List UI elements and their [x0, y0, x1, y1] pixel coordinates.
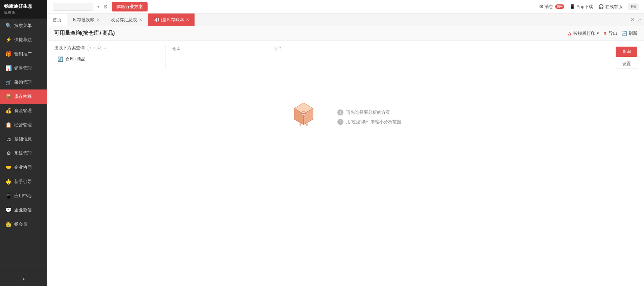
sidebar-item-guide[interactable]: 🌟 新手引导: [0, 175, 47, 189]
sidebar-item-quick-nav[interactable]: ⚡ 快捷导航: [0, 33, 47, 47]
tab-batch-account-close-icon[interactable]: ✕: [97, 18, 100, 22]
filter-add-button[interactable]: +: [87, 45, 94, 51]
tab-available-stock[interactable]: 可用量库存账本 ✕: [148, 14, 195, 26]
topbar-gear-icon[interactable]: ⚙: [103, 4, 108, 10]
user-avatar[interactable]: Rit: [628, 3, 639, 10]
chart-icon: 📊: [5, 65, 11, 71]
sidebar-item-label: 畅会员: [14, 221, 27, 227]
tabbar: 首页 库存批次账 ✕ 收发存汇总表 ✕ 可用量库存账本 ✕ ✕ ⤢: [47, 14, 644, 26]
template-print-action[interactable]: 🖨 按模板打印 ▾: [567, 30, 599, 36]
tabbar-expand-button[interactable]: ⤢: [637, 17, 641, 23]
sidebar-item-purchase[interactable]: 🛒 采购管理: [0, 75, 47, 89]
empty-tips: 1 请先选择要分析的方案 2 用[过滤]条件来缩小分析范围: [337, 109, 401, 125]
empty-illustration: [290, 100, 324, 134]
phone-icon: 📱: [5, 193, 11, 199]
sidebar-item-enterprise[interactable]: 🤝 企业协同: [0, 160, 47, 175]
tip-item-2: 2 用[过滤]条件来缩小分析范围: [337, 119, 401, 125]
svg-rect-6: [302, 114, 305, 115]
sidebar-scroll: 🔍 搜索菜单 ⚡ 快捷导航 🎁 营销推广 📊 销售管理 🛒 采购管理 📦 库存核…: [0, 19, 47, 271]
topbar-search-input[interactable]: [53, 3, 93, 11]
warehouse-more-icon[interactable]: ···: [261, 54, 267, 60]
page-title: 可用量查询(按仓库+商品): [54, 30, 115, 37]
filter-product-label: 商品: [274, 46, 368, 52]
sidebar-edition: 标准版: [4, 10, 43, 15]
topbar-message-item[interactable]: ✉ 消息 99+: [539, 4, 564, 10]
sidebar-item-label: 搜索菜单: [14, 23, 32, 29]
sidebar-item-wechat[interactable]: 💬 企业微信: [0, 203, 47, 217]
sidebar-item-label: 新手引导: [14, 179, 32, 185]
topbar-online-service-item[interactable]: 🎧 在线客服: [598, 4, 623, 10]
sidebar-item-member[interactable]: 👑 畅会员: [0, 217, 47, 231]
sidebar-item-finance[interactable]: 💰 资金管理: [0, 104, 47, 118]
filter-actions: 查询 设置: [616, 46, 637, 69]
filter-scheme-item[interactable]: 🔄 仓库+商品: [54, 54, 161, 64]
tab-batch-account[interactable]: 库存批次账 ✕: [67, 14, 105, 26]
sidebar-collapse-btn[interactable]: ▲: [21, 276, 26, 281]
filter-warehouse-input[interactable]: [172, 53, 259, 61]
tab-home[interactable]: 首页: [47, 14, 67, 26]
filter-left-header: 按以下方案查询 + ⚙ «: [54, 45, 161, 51]
sidebar-item-system[interactable]: ⚙ 系统管理: [0, 146, 47, 160]
tab-collection-summary-close-icon[interactable]: ✕: [139, 18, 142, 22]
refresh-label: 刷新: [628, 30, 637, 36]
cart-icon: 🛒: [5, 79, 11, 85]
sidebar-item-inventory[interactable]: 📦 库存核算: [0, 89, 47, 104]
money-icon: 💰: [5, 108, 11, 114]
filter-product-input[interactable]: [274, 53, 361, 61]
sidebar-item-label: 快捷导航: [14, 37, 32, 43]
tip-num-1: 1: [337, 109, 343, 115]
clipboard-icon: 📋: [5, 122, 11, 128]
crown-icon: 👑: [5, 221, 11, 227]
settings-button[interactable]: 设置: [616, 59, 637, 69]
sidebar-item-marketing[interactable]: 🎁 营销推广: [0, 47, 47, 61]
empty-state-inner: 1 请先选择要分析的方案 2 用[过滤]条件来缩小分析范围: [290, 100, 401, 134]
user-name: Rit: [631, 4, 636, 9]
print-icon: 🖨: [567, 31, 572, 36]
handshake-icon: 🤝: [5, 164, 11, 171]
tab-batch-account-label: 库存批次账: [73, 17, 95, 23]
topbar-right: ✉ 消息 99+ 📱 App下载 🎧 在线客服 Rit: [539, 3, 639, 10]
tab-available-stock-close-icon[interactable]: ✕: [186, 18, 189, 22]
topbar: ▾ ⚙ 体验行业方案 ✉ 消息 99+ 📱 App下载 🎧 在线客服 Rit: [47, 0, 644, 14]
sidebar-item-label: 企业协同: [14, 164, 32, 171]
tabbar-right: ✕ ⤢: [630, 17, 644, 23]
query-button[interactable]: 查询: [616, 47, 637, 57]
filter-collapse-icon[interactable]: «: [104, 46, 107, 51]
industry-solution-button[interactable]: 体验行业方案: [112, 2, 148, 11]
app-download-icon: 📱: [570, 4, 575, 9]
tab-collection-summary[interactable]: 收发存汇总表 ✕: [105, 14, 148, 26]
sidebar-bottom: ▲: [0, 271, 47, 286]
sidebar-item-operation[interactable]: 📋 经营管理: [0, 118, 47, 132]
filter-left: 按以下方案查询 + ⚙ « 🔄 仓库+商品: [54, 45, 165, 69]
tab-home-label: 首页: [53, 17, 61, 23]
filter-warehouse-label: 仓库: [172, 46, 267, 52]
product-more-icon[interactable]: ···: [363, 54, 368, 60]
refresh-icon: 🔄: [621, 31, 627, 36]
filter-right: 仓库 ··· 商品 ··· 查询 设置: [165, 45, 637, 69]
sidebar-item-appstore[interactable]: 📱 应用中心: [0, 189, 47, 203]
tabbar-close-button[interactable]: ✕: [630, 17, 635, 23]
print-dropdown-icon[interactable]: ▾: [597, 31, 599, 36]
sidebar-item-search[interactable]: 🔍 搜索菜单: [0, 19, 47, 33]
sidebar-item-label: 系统管理: [14, 150, 32, 156]
export-action[interactable]: ⬆ 导出: [603, 30, 617, 36]
sidebar-item-sales[interactable]: 📊 销售管理: [0, 61, 47, 75]
topbar-dropdown-icon[interactable]: ▾: [97, 4, 99, 9]
box-icon: 📦: [5, 94, 11, 100]
tip-text-1: 请先选择要分析的方案: [346, 109, 390, 115]
filter-settings-button[interactable]: ⚙: [96, 45, 102, 51]
chat-icon: 💬: [5, 207, 11, 213]
svg-rect-8: [306, 123, 308, 126]
refresh-action[interactable]: 🔄 刷新: [621, 30, 637, 36]
tip-text-2: 用[过滤]条件来缩小分析范围: [346, 119, 401, 125]
message-badge: 99+: [555, 4, 564, 9]
topbar-app-download-item[interactable]: 📱 App下载: [570, 4, 593, 10]
filter-warehouse-field: 仓库 ···: [172, 46, 267, 61]
sidebar-header: 畅康通好生意 标准版: [0, 0, 47, 19]
filter-section: 按以下方案查询 + ⚙ « 🔄 仓库+商品 仓库 ···: [47, 41, 644, 73]
sidebar-item-basic[interactable]: 🗂 基础信息: [0, 132, 47, 146]
cube-svg: [290, 100, 317, 127]
message-icon: ✉: [539, 4, 543, 9]
svg-rect-5: [302, 112, 305, 113]
tip-item-1: 1 请先选择要分析的方案: [337, 109, 401, 115]
